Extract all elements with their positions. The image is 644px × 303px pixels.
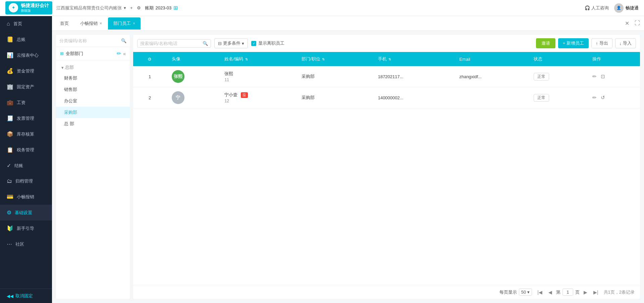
export-icon: ↑ (596, 41, 598, 46)
dept-edit-button[interactable]: ✏ (117, 50, 121, 57)
settings-button[interactable]: ⚙ (137, 5, 141, 10)
calendar-icon[interactable]: ⊞ (173, 5, 178, 11)
content-area: 首页 小畅报销 × 部门员工 × ✕ ⛶ 🔍 (52, 16, 644, 303)
add-button[interactable]: + (130, 5, 133, 10)
company-selector[interactable]: 江西服宝精品有限责任公司内账张 ▾ (56, 5, 126, 11)
sidebar-item-archive[interactable]: 🗂 归档管理 (0, 173, 52, 189)
add-employee-button[interactable]: + 新增员工 (558, 38, 589, 48)
dropdown-icon: ▾ (124, 5, 126, 10)
employee-search-input[interactable] (140, 41, 201, 46)
dept-search-input[interactable] (59, 38, 119, 43)
dept-search-icon[interactable]: 🔍 (121, 38, 126, 43)
invoice-icon: 🧾 (7, 115, 13, 121)
refresh-icon-2[interactable]: ↺ (601, 95, 605, 101)
dept-node-head[interactable]: 总 部 (56, 118, 130, 130)
col-dept[interactable]: 部门/职位 ⇅ (296, 52, 373, 66)
table-toolbar: 🔍 ⊟ 更多条件 ▾ ✓ 显示离职员工 邀请 (133, 35, 640, 52)
sidebar-item-more[interactable]: ⋯ 社区 (0, 236, 52, 252)
tab-home[interactable]: 首页 (55, 17, 74, 30)
sidebar-item-guide[interactable]: 🔰 新手引导 (0, 220, 52, 236)
export-button[interactable]: ↑ 导出 (591, 38, 612, 48)
sidebar-item-inventory[interactable]: 📦 库存核算 (0, 126, 52, 142)
support-label: 人工咨询 (591, 5, 609, 11)
period-label: 账期 (145, 5, 154, 11)
page-content: 🔍 ⊞ 全部部门 ✏ « ▾ 总部 财务部 (52, 31, 644, 303)
sidebar-label-more: 社区 (15, 241, 24, 247)
sidebar-item-home[interactable]: ⌂ 首页 (0, 16, 52, 32)
table-row: 2 宁 宁小壹 应 (133, 87, 640, 108)
col-phone[interactable]: 手机 ⇅ (373, 52, 454, 66)
last-page-button[interactable]: ▶| (591, 289, 600, 296)
sidebar-label-guide: 新手引导 (17, 225, 34, 232)
first-page-button[interactable]: |◀ (535, 289, 544, 296)
sidebar-item-expense[interactable]: 💳 小畅报销 (0, 189, 52, 205)
sidebar-item-salary[interactable]: 💼 工资 (0, 95, 52, 110)
sidebar-item-invoice[interactable]: 🧾 发票管理 (0, 110, 52, 126)
col-status: 状态 (528, 52, 587, 66)
period-value: 2023-03 (156, 5, 172, 10)
next-page-button[interactable]: ▶ (582, 289, 589, 296)
guide-icon: 🔰 (7, 225, 13, 232)
show-resigned-area[interactable]: ✓ 显示离职员工 (251, 40, 284, 46)
more-icon: ⋯ (7, 241, 12, 247)
dept-header: ⊞ 全部部门 ✏ « (56, 47, 130, 60)
row-name-1: 张熙 11 (219, 66, 296, 87)
filter-dropdown-icon: ▾ (242, 41, 244, 46)
filter-label: 更多条件 (223, 40, 240, 46)
dept-node-office[interactable]: 办公室 (56, 95, 130, 107)
unpin-button[interactable]: ◀◀ 取消固定 (0, 289, 52, 303)
unpin-icon: ◀◀ (7, 294, 13, 299)
company-name: 江西服宝精品有限责任公司内账张 (56, 5, 122, 11)
dept-tree: 🔍 ⊞ 全部部门 ✏ « ▾ 总部 财务部 (56, 35, 130, 299)
tab-expense-close[interactable]: × (100, 21, 102, 26)
toolbar-right: 邀请 + 新增员工 ↑ 导出 ↓ 导入 (536, 38, 636, 48)
show-resigned-checkbox[interactable]: ✓ (251, 41, 256, 46)
dept-node-purchase[interactable]: 采购部 (56, 107, 130, 118)
per-page-dropdown[interactable]: 50 ▾ (519, 289, 532, 296)
user-area[interactable]: 👤 畅捷通 (614, 3, 639, 13)
user-avatar: 👤 (614, 3, 624, 13)
tab-expand[interactable]: ⛶ (633, 19, 641, 28)
sidebar-item-ledger[interactable]: 📒 总账 (0, 32, 52, 47)
sidebar-item-settings[interactable]: ⚙ 基础设置 (0, 205, 52, 220)
row-email-1: zhangxidf... (454, 66, 528, 87)
sidebar-item-tax[interactable]: 📋 税务管理 (0, 142, 52, 158)
sidebar-item-checkout[interactable]: ✓ 结账 (0, 158, 52, 173)
import-label: 导入 (623, 40, 632, 46)
dept-collapse-button[interactable]: « (123, 51, 126, 56)
edit-icon-1[interactable]: ✏ (592, 73, 597, 80)
sidebar-label-reports: 云报表中心 (17, 52, 39, 58)
tab-close-all[interactable]: ✕ (624, 19, 631, 28)
unpin-label: 取消固定 (15, 293, 33, 299)
support-button[interactable]: 🎧 人工咨询 (585, 5, 609, 11)
app-title: 畅捷通好会计 (21, 3, 49, 8)
row-avatar-2: 宁 (166, 87, 219, 108)
row-avatar-1: 张熙 (166, 66, 219, 87)
tab-employee-close[interactable]: × (133, 21, 135, 26)
invite-button[interactable]: 邀请 (536, 38, 555, 48)
sidebar-label-funds: 资金管理 (17, 68, 34, 74)
dept-node-finance[interactable]: 财务部 (56, 72, 130, 84)
edit-icon-2[interactable]: ✏ (592, 95, 597, 101)
expense-icon: 💳 (7, 194, 13, 200)
filter-button[interactable]: ⊟ 更多条件 ▾ (214, 38, 248, 48)
dept-search-area: 🔍 (56, 35, 130, 47)
tab-expense[interactable]: 小畅报销 × (75, 17, 107, 30)
ledger-icon: 📒 (7, 36, 13, 43)
sidebar-item-funds[interactable]: 💰 资金管理 (0, 63, 52, 79)
col-settings[interactable]: ⚙ (133, 52, 166, 66)
logout-icon-1[interactable]: ⊡ (601, 73, 605, 80)
sidebar-item-reports[interactable]: 📊 云报表中心 (0, 47, 52, 63)
current-page-input[interactable]: 1 (562, 289, 573, 296)
assets-icon: 🏢 (7, 84, 13, 90)
salary-icon: 💼 (7, 99, 13, 106)
tab-employee[interactable]: 部门员工 × (108, 17, 141, 30)
sidebar-item-assets[interactable]: 🏢 固定资产 (0, 79, 52, 95)
prev-page-button[interactable]: ◀ (546, 289, 554, 296)
sort-name-icon: ⇅ (245, 57, 248, 61)
col-name[interactable]: 姓名/编码 ⇅ (219, 52, 296, 66)
import-button[interactable]: ↓ 导入 (615, 38, 636, 48)
avatar-ning: 宁 (172, 91, 184, 104)
dept-node-sales[interactable]: 销售部 (56, 84, 130, 95)
logo-area: ✦ 畅捷通好会计 旗舰版 (5, 1, 52, 14)
